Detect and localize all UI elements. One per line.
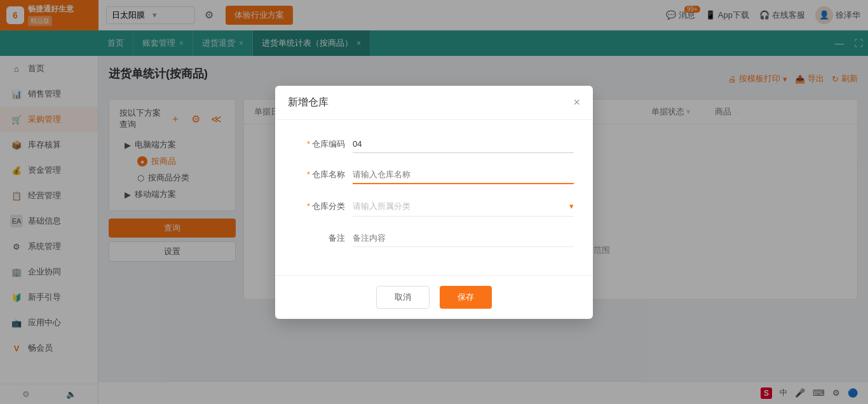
form-row-category: 仓库分类 请输入所属分类 ▾ [294,197,574,217]
remark-input[interactable] [353,229,574,247]
name-input[interactable] [353,166,574,184]
code-input[interactable] [353,135,574,153]
category-select[interactable]: 请输入所属分类 ▾ [353,197,574,217]
modal-body: 仓库编码 仓库名称 仓库分类 请输入所属分类 ▾ 备注 [275,120,593,275]
modal-header: 新增仓库 × [275,86,593,120]
cancel-button[interactable]: 取消 [376,286,430,309]
form-row-code: 仓库编码 [294,135,574,153]
category-label: 仓库分类 [294,201,345,212]
category-placeholder: 请输入所属分类 [353,201,410,212]
remark-label: 备注 [294,232,345,244]
dropdown-arrow-icon: ▾ [569,201,574,211]
save-button[interactable]: 保存 [440,286,492,309]
form-row-name: 仓库名称 [294,166,574,184]
modal-close-button[interactable]: × [573,96,580,109]
modal-footer: 取消 保存 [275,275,593,319]
form-row-remark: 备注 [294,229,574,247]
code-label: 仓库编码 [294,138,345,150]
new-warehouse-modal: 新增仓库 × 仓库编码 仓库名称 仓库分类 请输入所属分类 ▾ 备注 [275,86,593,319]
modal-overlay: 新增仓库 × 仓库编码 仓库名称 仓库分类 请输入所属分类 ▾ 备注 [0,0,868,404]
name-label: 仓库名称 [294,169,345,180]
modal-title: 新增仓库 [288,96,329,109]
